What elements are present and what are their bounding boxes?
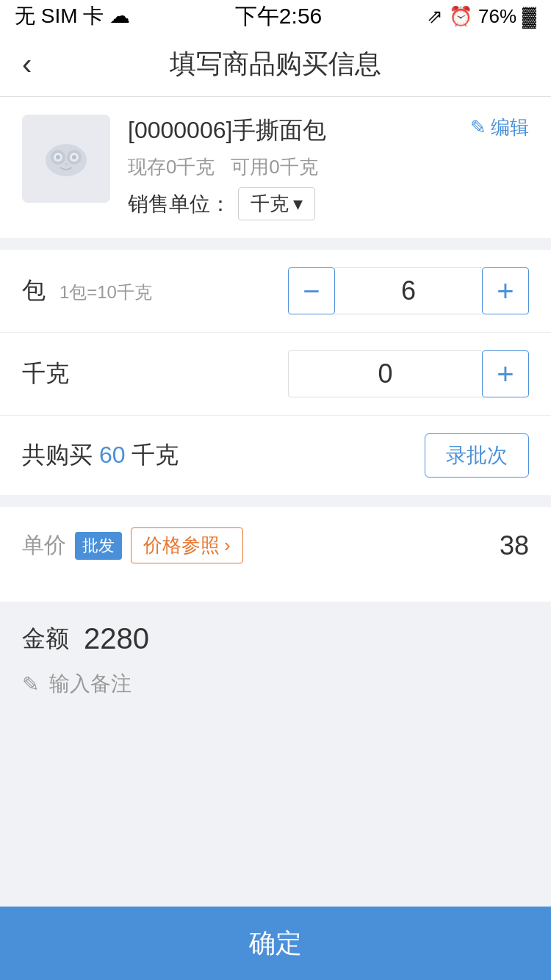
remark-row[interactable]: ✎ 输入备注 [22,670,529,698]
product-unit-row: 销售单位： 千克 ▾ [128,187,529,220]
price-badge: 批发 [75,532,122,560]
unit-value: 千克 [251,191,289,217]
bag-quantity-input[interactable] [335,267,482,314]
total-row: 共购买 60 千克 录批次 [0,416,551,495]
kg-plus-button[interactable]: + [482,350,529,397]
bag-row: 包 1包=10千克 − + [0,250,551,333]
edit-icon: ✎ [470,116,486,139]
pencil-icon: ✎ [22,672,39,696]
page-title: 填写商品购买信息 [170,46,381,82]
status-bar: 无 SIM 卡 ☁ 下午2:56 ⇗ ⏰ 76% ▓ [0,0,551,32]
kg-row: 千克 + [0,333,551,416]
price-ref-arrow-icon: › [224,534,231,557]
remark-placeholder: 输入备注 [49,670,132,698]
kg-label: 千克 [22,358,288,390]
unit-label: 销售单位： [128,190,231,218]
nav-bar: ‹ 填写商品购买信息 [0,32,551,97]
bag-quantity-control: − + [288,267,529,314]
amount-row: 金额 2280 [22,622,529,655]
battery-label: 76% [478,5,516,28]
amount-section: 金额 2280 ✎ 输入备注 [0,602,551,807]
status-left: 无 SIM 卡 ☁ [15,2,130,30]
unit-select[interactable]: 千克 ▾ [238,187,315,220]
back-button[interactable]: ‹ [15,40,39,88]
product-image [22,115,110,203]
product-stock: 现存0千克 可用0千克 [128,154,529,180]
stock-value: 现存0千克 [128,156,215,178]
status-time: 下午2:56 [235,1,322,32]
edit-button[interactable]: ✎ 编辑 [470,115,529,140]
total-unit: 千克 [132,442,179,468]
batch-button[interactable]: 录批次 [425,433,529,478]
price-section: 单价 批发 价格参照 › 38 [0,507,551,602]
amount-value: 2280 [84,622,149,655]
bag-label: 包 1包=10千克 [22,275,288,307]
chevron-down-icon: ▾ [293,192,303,215]
svg-point-5 [56,155,60,159]
bag-plus-button[interactable]: + [482,267,529,314]
edit-label: 编辑 [491,115,529,140]
confirm-label: 确定 [249,926,302,962]
product-name: [0000006]手撕面包 [128,115,326,147]
svg-point-6 [72,155,76,159]
available-value: 可用0千克 [231,156,317,178]
price-label: 单价 [22,530,66,561]
amount-label: 金额 [22,623,69,655]
bag-minus-button[interactable]: − [288,267,335,314]
total-value: 60 [99,442,132,468]
status-right: ⇗ ⏰ 76% ▓ [427,5,536,28]
price-value: 38 [500,530,529,561]
kg-quantity-input[interactable] [288,350,482,397]
section-divider-2 [0,495,551,507]
alarm-icon: ⏰ [449,5,472,28]
price-ref-label: 价格参照 [143,533,220,558]
total-label: 共购买 [22,442,93,468]
bottom-spacer [0,807,551,881]
location-icon: ⇗ [427,5,443,28]
product-info: [0000006]手撕面包 ✎ 编辑 现存0千克 可用0千克 销售单位： 千克 … [128,115,529,220]
total-text: 共购买 60 千克 [22,439,179,472]
input-section: 包 1包=10千克 − + 千克 + [0,250,551,416]
price-left: 单价 批发 价格参照 › [22,527,243,563]
section-divider-1 [0,238,551,250]
price-row: 单价 批发 价格参照 › 38 [22,527,529,563]
product-card: [0000006]手撕面包 ✎ 编辑 现存0千克 可用0千克 销售单位： 千克 … [0,97,551,238]
confirm-button[interactable]: 确定 [0,907,551,980]
kg-quantity-control: + [288,350,529,397]
product-logo-icon [37,137,96,181]
battery-icon: ▓ [522,5,536,28]
bag-sublabel: 1包=10千克 [60,282,152,302]
price-ref-button[interactable]: 价格参照 › [131,527,243,563]
sim-label: 无 SIM 卡 ☁ [15,2,130,30]
